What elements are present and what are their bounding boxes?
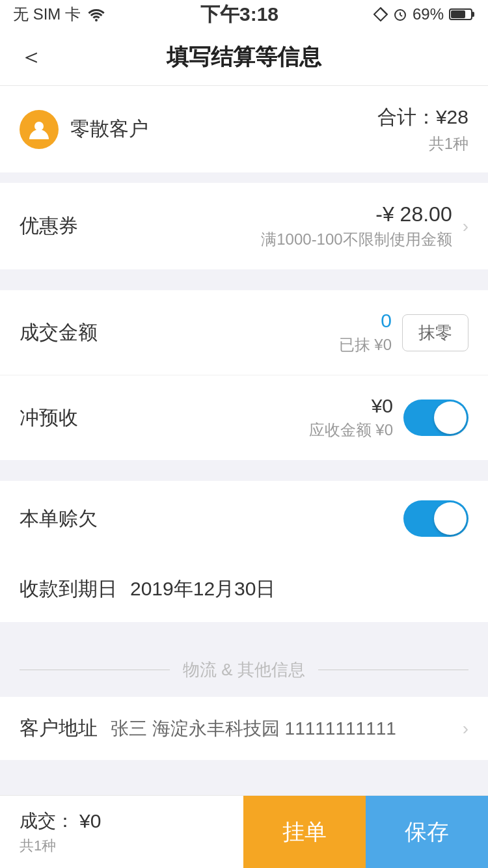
coupon-discount: -¥ 28.00 [261,202,452,226]
prepayment-value: ¥0 [309,395,393,417]
address-value: 张三 海淀永丰科技园 11111111111 [111,716,463,741]
prepayment-row: 冲预收 ¥0 应收金额 ¥0 [0,375,488,460]
chevron-right-icon: › [463,216,468,237]
logistics-divider: 物流 & 其他信息 [0,643,488,697]
deal-amount-row: 成交金额 0 已抹 ¥0 抹零 [0,290,488,375]
page-title: 填写结算等信息 [167,42,321,72]
wifi-icon [87,7,105,21]
logistics-section: 物流 & 其他信息 客户地址 张三 海淀永丰科技园 11111111111 › [0,643,488,760]
alarm-icon [393,7,407,21]
deal-amount-right: 0 已抹 ¥0 抹零 [339,310,468,355]
coupon-right: -¥ 28.00 满1000-100不限制使用金额 › [261,202,468,250]
coupon-label: 优惠券 [20,213,78,239]
hold-button[interactable]: 挂单 [243,796,366,868]
address-chevron-icon: › [463,718,468,739]
customer-name: 零散客户 [70,116,148,142]
deferred-card: 本单赊欠 收款到期日 2019年12月30日 [0,481,488,622]
coupon-card: 优惠券 -¥ 28.00 满1000-100不限制使用金额 › [0,183,488,269]
logistics-line-right [318,670,468,670]
due-date-row: 收款到期日 2019年12月30日 [0,556,488,622]
deferred-row: 本单赊欠 [0,481,488,556]
coupon-row[interactable]: 优惠券 -¥ 28.00 满1000-100不限制使用金额 › [0,183,488,269]
svg-point-6 [34,122,44,131]
prepayment-value-group: ¥0 应收金额 ¥0 [309,395,393,441]
bottom-deal-label: 成交： [20,809,74,834]
save-button[interactable]: 保存 [366,796,488,868]
status-bar: 无 SIM 卡 下午3:18 69% [0,0,488,29]
deferred-label: 本单赊欠 [20,506,98,532]
bottom-bar: 成交： ¥0 共1种 挂单 保存 [0,795,488,868]
user-icon [27,118,51,141]
due-date-label: 收款到期日 [20,576,117,603]
deal-amount-label: 成交金额 [20,319,98,346]
battery-icon [449,8,475,21]
deferred-right [403,500,468,537]
bottom-info: 成交： ¥0 共1种 [0,809,243,856]
deferred-toggle-knob [434,502,467,535]
customer-card: 零散客户 合计：¥28 共1种 [0,86,488,172]
status-time: 下午3:18 [200,1,278,28]
deal-amount-group: 0 已抹 ¥0 [339,310,392,355]
customer-summary: 合计：¥28 共1种 [377,104,468,154]
svg-rect-4 [472,12,474,17]
status-right: 69% [373,5,475,23]
coupon-value-group: -¥ 28.00 满1000-100不限制使用金额 [261,202,452,250]
section-divider-1 [0,280,488,290]
section-divider-3 [0,632,488,643]
svg-line-2 [400,15,402,16]
content: 零散客户 合计：¥28 共1种 优惠券 -¥ 28.00 满1000-100不限… [0,86,488,868]
prepayment-toggle[interactable] [403,400,468,436]
prepayment-label: 冲预收 [20,405,78,431]
deal-card: 成交金额 0 已抹 ¥0 抹零 冲预收 ¥0 应收金额 ¥0 [0,290,488,460]
bottom-count: 共1种 [20,836,224,856]
deferred-toggle[interactable] [403,500,468,537]
battery-pct: 69% [413,5,444,23]
avatar [20,110,59,149]
nav-bar: ＜ 填写结算等信息 [0,29,488,86]
total-count: 共1种 [377,133,468,154]
roundoff-button[interactable]: 抹零 [402,314,468,351]
address-row[interactable]: 客户地址 张三 海淀永丰科技园 11111111111 › [0,697,488,760]
deal-amount-sub: 已抹 ¥0 [339,334,392,355]
logistics-text: 物流 & 其他信息 [183,658,305,681]
bottom-deal-amount: ¥0 [79,810,101,832]
total-amount: 合计：¥28 [377,104,468,131]
toggle-knob [434,401,467,434]
bottom-deal-row: 成交： ¥0 [20,809,224,834]
section-divider-2 [0,470,488,481]
deal-amount-value: 0 [339,310,392,332]
logistics-line-left [20,670,170,670]
prepayment-sub: 应收金额 ¥0 [309,420,393,441]
sim-status: 无 SIM 卡 [13,4,81,25]
back-button[interactable]: ＜ [20,41,59,73]
svg-rect-5 [451,10,465,18]
customer-row: 零散客户 合计：¥28 共1种 [0,86,488,172]
prepayment-right: ¥0 应收金额 ¥0 [309,395,468,441]
coupon-sub: 满1000-100不限制使用金额 [261,229,452,250]
status-left: 无 SIM 卡 [13,4,105,25]
customer-left: 零散客户 [20,110,148,149]
location-icon [373,7,388,21]
due-date-value: 2019年12月30日 [130,576,275,603]
address-label: 客户地址 [20,715,98,742]
